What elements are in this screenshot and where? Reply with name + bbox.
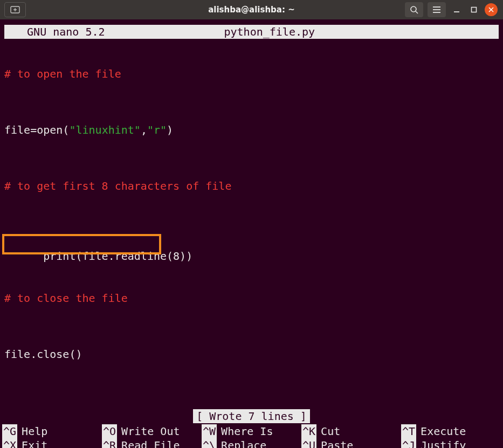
search-button[interactable] [405, 2, 423, 17]
shortcut-label: Exit [17, 438, 47, 448]
maximize-icon [471, 6, 477, 13]
code-token: file.close() [4, 348, 82, 361]
shortcut-key: ^O [102, 424, 117, 438]
window-titlebar: alishba@alishba: ~ [0, 0, 503, 19]
shortcut-key: ^X [2, 438, 17, 448]
code-line: # to get first 8 characters of file [4, 179, 499, 193]
maximize-button[interactable] [467, 3, 480, 16]
nano-status-row: [ Wrote 7 lines ] [0, 409, 503, 423]
shortcut-row: ^XExit^RRead File^\Replace^UPaste^JJusti… [2, 438, 501, 448]
code-line: # to open the file [4, 67, 499, 81]
new-tab-button[interactable] [4, 2, 26, 17]
svg-line-4 [416, 11, 418, 13]
nano-app-label: GNU nano 5.2 [4, 25, 105, 39]
nano-header: GNU nano 5.2 python_file.py [4, 25, 499, 39]
close-icon [488, 7, 494, 12]
shortcut-label: Justify [416, 438, 466, 448]
shortcut-item: ^XExit [2, 438, 102, 448]
shortcut-row: ^GHelp^OWrite Out^WWhere Is^KCut^TExecut… [2, 424, 501, 438]
code-string: "r" [147, 123, 167, 136]
shortcut-key: ^W [202, 424, 217, 438]
search-icon [410, 5, 418, 14]
shortcut-label: Help [17, 424, 47, 438]
shortcut-label: Read File [117, 438, 180, 448]
code-line: file=open("linuxhint","r") [4, 123, 499, 137]
shortcut-key: ^R [102, 438, 117, 448]
code-token: file=open( [4, 123, 69, 136]
svg-rect-9 [472, 8, 477, 12]
svg-point-3 [411, 6, 416, 12]
code-line: # to close the file [4, 291, 499, 305]
shortcut-item: ^OWrite Out [102, 424, 202, 438]
shortcut-key: ^T [401, 424, 416, 438]
nano-shortcuts: ^GHelp^OWrite Out^WWhere Is^KCut^TExecut… [2, 424, 501, 448]
shortcut-item: ^WWhere Is [202, 424, 301, 438]
shortcut-key: ^G [2, 424, 17, 438]
shortcut-key: ^\ [202, 438, 217, 448]
shortcut-label: Where Is [217, 424, 273, 438]
shortcut-label: Replace [217, 438, 266, 448]
shortcut-item: ^TExecute [401, 424, 501, 438]
shortcut-key: ^K [301, 424, 316, 438]
code-line: print(file.readline(8)) [4, 235, 499, 249]
hamburger-icon [432, 6, 441, 13]
close-button[interactable] [485, 3, 498, 16]
code-line: file.close() [4, 347, 499, 361]
code-comment: # to get first 8 characters of file [4, 180, 231, 192]
shortcut-key: ^J [401, 438, 416, 448]
code-string: "linuxhint" [69, 123, 140, 136]
shortcut-item: ^\Replace [202, 438, 301, 448]
shortcut-label: Cut [316, 424, 340, 438]
terminal-area[interactable]: GNU nano 5.2 python_file.py # to open th… [0, 25, 503, 448]
shortcut-key: ^U [301, 438, 316, 448]
new-tab-icon [10, 6, 20, 13]
hamburger-menu-button[interactable] [428, 2, 446, 17]
shortcut-item: ^JJustify [401, 438, 501, 448]
shortcut-item: ^KCut [301, 424, 401, 438]
shortcut-label: Execute [416, 424, 466, 438]
minimize-icon [453, 6, 460, 13]
code-highlighted: print(file.readline(8)) [43, 250, 192, 263]
code-comment: # to close the file [4, 292, 128, 305]
nano-status: [ Wrote 7 lines ] [193, 409, 310, 423]
code-comment: # to open the file [4, 67, 121, 80]
code-token: ) [167, 123, 173, 136]
editor-content[interactable]: # to open the file file=open("linuxhint"… [0, 39, 503, 389]
shortcut-item: ^GHelp [2, 424, 102, 438]
shortcut-label: Paste [316, 438, 353, 448]
shortcut-item: ^RRead File [102, 438, 202, 448]
nano-file-label: python_file.py [105, 25, 499, 39]
minimize-button[interactable] [450, 3, 463, 16]
shortcut-label: Write Out [117, 424, 180, 438]
code-token: , [141, 123, 147, 136]
shortcut-item: ^UPaste [301, 438, 401, 448]
